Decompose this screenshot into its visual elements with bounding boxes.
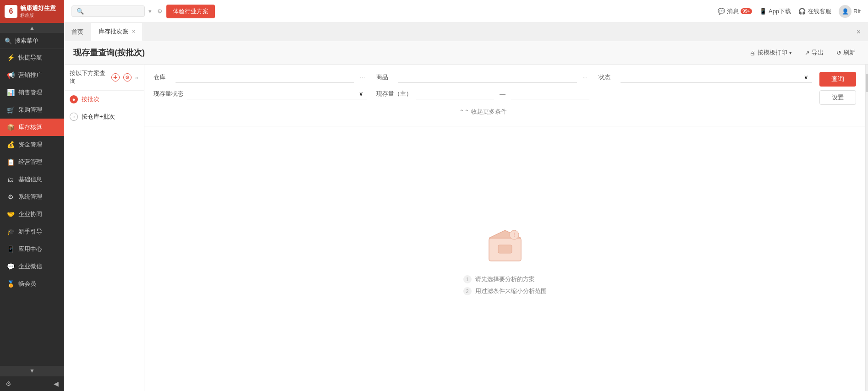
export-btn[interactable]: ↗ 导出: [801, 47, 827, 59]
sidebar-item-label: 采购管理: [18, 106, 42, 114]
sidebar-item-apps[interactable]: 📱应用中心: [0, 240, 64, 258]
query-form-buttons: 查询 设置: [812, 72, 856, 119]
user-group[interactable]: 👤 Rit: [839, 5, 861, 18]
refresh-label: 刷新: [843, 49, 855, 57]
member-icon: 🏅: [6, 280, 15, 288]
hint1-num: 1: [463, 275, 472, 283]
filter-collapse-icon[interactable]: «: [135, 74, 138, 81]
sidebar-item-purchase[interactable]: 🛒采购管理: [0, 101, 64, 119]
stock-status-label: 现存量状态: [154, 90, 183, 98]
collapse-link[interactable]: ⌃⌃ 收起更多条件: [154, 105, 812, 119]
sidebar-item-finance[interactable]: 💰资金管理: [0, 136, 64, 153]
experience-btn[interactable]: 体验行业方案: [166, 5, 215, 18]
status-field: 状态 ∨: [599, 72, 812, 83]
apps-icon: 📱: [6, 245, 15, 253]
sidebar-search[interactable]: 🔍 搜索菜单: [0, 33, 64, 49]
tabbar-wrapper: 首页 库存批次账 × ×: [64, 23, 868, 41]
enterprise-icon: 🤝: [6, 210, 15, 218]
print-dropdown-icon: ▾: [789, 50, 792, 56]
sidebar-item-member[interactable]: 🏅畅会员: [0, 275, 64, 293]
stock-qty-dash: —: [498, 91, 507, 98]
collapse-label: 收起更多条件: [471, 108, 507, 116]
query-btn[interactable]: 查询: [819, 72, 856, 87]
headset-icon: 🎧: [798, 8, 806, 15]
purchase-icon: 🛒: [6, 106, 15, 114]
app-title: 畅康通好生意: [20, 4, 56, 12]
sidebar-item-label: 营销推广: [18, 71, 42, 79]
export-label: 导出: [812, 49, 824, 57]
user-name: Rit: [853, 8, 861, 15]
quick-nav-icon: ⚡: [6, 54, 15, 62]
tab-home[interactable]: 首页: [64, 23, 91, 41]
product-dots[interactable]: ···: [581, 74, 590, 81]
results-area: ! 1 请先选择要分析的方案 2 用过滤条件来缩小分析范围: [144, 126, 865, 391]
sidebar-scroll-up[interactable]: ▲: [0, 23, 64, 33]
sidebar-item-label: 企业协同: [18, 210, 42, 218]
query-area: 仓库 ··· 商品 ··· 状态: [144, 65, 865, 391]
sidebar-item-system[interactable]: ⚙系统管理: [0, 188, 64, 206]
phone-icon: 📱: [759, 8, 767, 15]
svg-text:!: !: [513, 232, 515, 238]
online-service-group[interactable]: 🎧 在线客服: [798, 7, 831, 16]
print-icon: 🖨: [750, 49, 756, 56]
sidebar-footer: ⚙ ◀: [0, 376, 64, 391]
settings-btn[interactable]: 设置: [819, 90, 856, 105]
stock-qty-label: 现存量（主）: [376, 90, 412, 98]
status-chevron: ∨: [804, 74, 808, 81]
tab-panel-close-btn[interactable]: ×: [849, 28, 868, 36]
status-select[interactable]: ∨: [621, 72, 812, 83]
filter-active-icon: ●: [70, 95, 78, 103]
sidebar-item-inventory[interactable]: 📦库存核算: [0, 119, 64, 136]
basics-icon: 🗂: [6, 175, 15, 184]
empty-hint-2: 2 用过滤条件来缩小分析范围: [463, 287, 547, 295]
stock-status-field: 现存量状态 ∨: [154, 88, 367, 99]
sidebar-item-enterprise[interactable]: 🤝企业协同: [0, 206, 64, 223]
empty-hint-1: 1 请先选择要分析的方案: [463, 275, 547, 283]
topbar-search-box[interactable]: 🔍: [71, 5, 145, 17]
stock-qty-max[interactable]: [511, 88, 589, 99]
sidebar-item-label: 畅会员: [18, 280, 36, 288]
stock-status-select[interactable]: ∨: [187, 88, 367, 99]
sidebar: 6 畅康通好生意 标准版 ▲ 🔍 搜索菜单 ⚡快捷导航📢营销推广📊销售管理🛒采购…: [0, 0, 64, 391]
stock-qty-field: 现存量（主） —: [376, 88, 590, 99]
sidebar-item-wechat[interactable]: 💬企业微信: [0, 258, 64, 275]
product-input[interactable]: [398, 72, 577, 83]
content: 现存量查询(按批次) 🖨 按模板打印 ▾ ↗ 导出 ↺ 刷新: [64, 41, 868, 391]
hint1-text: 请先选择要分析的方案: [475, 275, 535, 283]
messages-group[interactable]: 💬 消息 99+: [718, 7, 752, 16]
app-subtitle: 标准版: [20, 12, 56, 19]
hint2-num: 2: [463, 287, 472, 295]
refresh-btn[interactable]: ↺ 刷新: [833, 47, 859, 59]
scrollbar-thumb: [866, 74, 868, 92]
settings-icon[interactable]: ⚙: [5, 380, 11, 387]
tab-inventory[interactable]: 库存批次账 ×: [91, 23, 143, 41]
tab-close-icon[interactable]: ×: [132, 28, 135, 35]
collapse-sidebar-icon[interactable]: ◀: [54, 380, 59, 387]
sidebar-item-label: 系统管理: [18, 193, 42, 201]
filter-item-warehouse-batch[interactable]: ○ 按仓库+批次: [64, 108, 144, 125]
app-download-group[interactable]: 📱 App下载: [759, 7, 791, 16]
filter-add-icon[interactable]: +: [111, 73, 120, 81]
sidebar-item-quick-nav[interactable]: ⚡快捷导航: [0, 49, 64, 66]
tabbar: 首页 库存批次账 × ×: [64, 23, 868, 41]
sidebar-item-newbie[interactable]: 🎓新手引导: [0, 223, 64, 240]
print-btn[interactable]: 🖨 按模板打印 ▾: [746, 47, 796, 59]
filter-panel-title: 按以下方案查询: [70, 69, 111, 86]
filter-item-batch[interactable]: ● 按批次: [64, 91, 144, 108]
message-icon: 💬: [718, 8, 725, 15]
sidebar-item-basics[interactable]: 🗂基础信息: [0, 171, 64, 188]
stock-qty-min[interactable]: [416, 88, 494, 99]
filter-settings-icon[interactable]: ⚙: [123, 73, 132, 81]
right-scrollbar[interactable]: [865, 65, 868, 391]
system-icon: ⚙: [6, 193, 15, 201]
topbar-settings-icon[interactable]: ⚙: [157, 8, 163, 15]
warehouse-dots[interactable]: ···: [358, 74, 367, 81]
refresh-icon: ↺: [836, 49, 841, 56]
topbar-dropdown-icon[interactable]: ▾: [148, 8, 152, 15]
sidebar-item-operations[interactable]: 📋经营管理: [0, 153, 64, 171]
topbar: 🔍 ▾ ⚙ 体验行业方案 💬 消息 99+ 📱 App下载 🎧 在线客服 👤: [64, 0, 868, 23]
warehouse-input[interactable]: [176, 72, 354, 83]
sidebar-item-sales[interactable]: 📊销售管理: [0, 84, 64, 101]
sidebar-item-marketing[interactable]: 📢营销推广: [0, 66, 64, 84]
sidebar-scroll-down[interactable]: ▼: [0, 366, 64, 376]
